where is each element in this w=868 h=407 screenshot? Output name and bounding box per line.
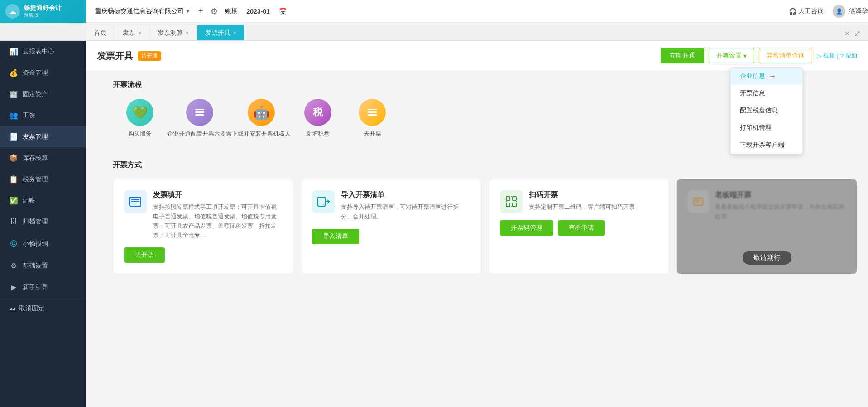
tab-home-label: 首页: [94, 29, 106, 37]
logo-icon: ☁: [5, 4, 20, 19]
svg-rect-2: [195, 114, 204, 116]
method-cards: 发票填开 支持按照发票样式手工填开发票；可开具增值税电子普通发票、增值税普通发票…: [113, 179, 857, 274]
video-help-btn[interactable]: ▷ 视频 | ? 帮助: [817, 52, 857, 60]
sidebar-item-tax-label: 税务管理: [23, 175, 48, 184]
top-right: 🎧 人工咨询 👤 徐泽华: [789, 0, 868, 22]
tab-invoice-issue-label: 发票开具: [205, 29, 230, 37]
dropdown-item-tax-disk[interactable]: 配置税盘信息: [731, 102, 802, 119]
sidebar: 📊 云报表中心 💰 资金管理 🏢 固定资产 👥 工资 🧾 发票管理 📦: [0, 41, 86, 407]
logo-text: 畅捷通好会计: [24, 4, 62, 12]
step-3-icon: 🤖: [248, 99, 275, 126]
method-card-1-header: 发票填开 支持按照发票样式手工填开发票；可开具增值税电子普通发票、增值税普通发票…: [124, 190, 282, 240]
settings-btn[interactable]: ⚙: [211, 6, 218, 16]
sidebar-item-new-guide[interactable]: ▶ 新手引导: [0, 276, 86, 298]
import-list-btn[interactable]: 导入清单: [312, 229, 359, 244]
sidebar-item-cloud-report[interactable]: 📊 云报表中心: [0, 41, 86, 62]
tab-home[interactable]: 首页: [86, 25, 114, 40]
user-area[interactable]: 👤 徐泽华: [833, 5, 868, 18]
red-arrow-icon: →: [769, 72, 776, 80]
lock-overlay: 敬请期待: [677, 179, 857, 274]
method-2-btn-area: 导入清单: [312, 229, 470, 244]
activate-btn[interactable]: 立即开通: [661, 48, 704, 63]
inventory-icon: 📦: [9, 154, 18, 162]
sidebar-item-inventory[interactable]: 📦 库存核算: [0, 147, 86, 169]
step-4-icon: 税: [304, 99, 331, 126]
step-4-label: 新增税盘: [306, 130, 330, 138]
sidebar-item-fixed-assets[interactable]: 🏢 固定资产: [0, 83, 86, 105]
headset-icon: 🎧: [789, 8, 796, 15]
qr-manage-btn[interactable]: 开票码管理: [500, 220, 553, 236]
tax-icon: 📋: [9, 175, 18, 184]
method-section: 开票方式: [86, 160, 868, 283]
method-1-desc: 支持按照发票样式手工填开发票；可开具增值税电子普通发票、增值税普通发票、增值税专…: [153, 203, 282, 240]
sidebar-item-archive[interactable]: 🗄 归档管理: [0, 211, 86, 232]
svg-rect-9: [131, 203, 137, 204]
svg-rect-10: [318, 197, 325, 206]
view-apply-btn[interactable]: 查看申请: [558, 220, 605, 236]
tab-invoice-issue-close[interactable]: ×: [233, 30, 236, 36]
sidebar-item-basic-settings[interactable]: ⚙ 基础设置: [0, 255, 86, 276]
method-1-btn-area: 去开票: [124, 247, 282, 263]
go-invoice-btn[interactable]: 去开票: [124, 247, 165, 263]
tab-invoice[interactable]: 发票 ×: [115, 25, 149, 40]
sidebar-item-fund[interactable]: 💰 资金管理: [0, 62, 86, 83]
sidebar-item-report-sales[interactable]: © 小畅报销: [0, 232, 86, 255]
company-selector[interactable]: 重庆畅捷交通信息咨询有限公司 ▾: [95, 0, 189, 22]
svg-rect-12: [513, 197, 516, 200]
step-5-icon: [359, 99, 386, 126]
settings-dropdown-arrow: ▾: [743, 52, 747, 59]
dropdown-item-company-info[interactable]: 企业信息 →: [731, 68, 802, 85]
sidebar-item-checkout[interactable]: ✅ 结账: [0, 190, 86, 211]
support-btn[interactable]: 🎧 人工咨询: [789, 7, 824, 15]
sidebar-item-invoice-mgmt[interactable]: 🧾 发票管理: [0, 126, 86, 147]
tab-invoice-calc-close[interactable]: ×: [186, 30, 189, 36]
sidebar-item-cloud-report-label: 云报表中心: [23, 48, 54, 56]
tab-invoice-calc-label: 发票测算: [158, 29, 183, 37]
svg-rect-5: [368, 114, 377, 116]
svg-rect-1: [195, 111, 204, 113]
settings-btn-label: 开票设置: [716, 52, 742, 60]
method-card-2-header: 导入开票清单 支持导入待开票清单，可对待开票清单进行拆分、合并处理。: [312, 190, 470, 222]
archive-icon: 🗄: [9, 218, 18, 226]
sidebar-item-salary[interactable]: 👥 工资: [0, 105, 86, 126]
salary-icon: 👥: [9, 111, 18, 120]
svg-rect-14: [513, 203, 516, 207]
flow-steps: 💚 购买服务: [113, 99, 399, 138]
help-icon: ?: [840, 53, 844, 59]
svg-rect-3: [368, 109, 377, 110]
top-controls: + ⚙ 账期 2023-01 📅: [198, 0, 287, 22]
tab-invoice-calc[interactable]: 发票测算 ×: [150, 25, 197, 40]
dropdown-item-printer[interactable]: 打印机管理: [731, 119, 802, 136]
calendar-icon[interactable]: 📅: [279, 8, 287, 15]
method-section-title: 开票方式: [113, 160, 857, 170]
sidebar-item-archive-label: 归档管理: [23, 218, 48, 226]
flow-step-3: 🤖 下载并安装开票机器人: [232, 99, 291, 138]
status-badge: 待开通: [138, 51, 161, 61]
abnormal-btn[interactable]: 异常清单查询: [759, 48, 812, 63]
method-3-title: 扫码开票: [529, 190, 635, 200]
tab-close-window-btn[interactable]: ×: [844, 29, 849, 39]
add-company-btn[interactable]: +: [198, 6, 203, 16]
svg-rect-8: [131, 201, 139, 202]
method-card-import-list: 导入开票清单 支持导入待开票清单，可对待开票清单进行拆分、合并处理。 导入清单: [301, 179, 481, 274]
company-dropdown-icon: ▾: [187, 8, 189, 15]
tab-invoice-issue[interactable]: 发票开具 ×: [197, 25, 244, 40]
page-title: 发票开具: [97, 50, 133, 62]
tab-restore-btn[interactable]: ⤢: [854, 29, 861, 39]
svg-rect-0: [195, 109, 204, 110]
page-header: 发票开具 待开通 立即开通 开票设置 ▾ 异常清单查询 ▷ 视频 | ? 帮助: [86, 41, 868, 71]
svg-rect-11: [506, 197, 510, 200]
sidebar-item-tax[interactable]: 📋 税务管理: [0, 169, 86, 190]
dropdown-item-invoice-info[interactable]: 开票信息: [731, 85, 802, 102]
method-card-scan: 扫码开票 支持定制开票二维码，客户端可扫码开票 开票码管理 查看申请: [489, 179, 669, 274]
sidebar-cancel-btn[interactable]: ◂◂ 取消固定: [0, 298, 86, 319]
settings-dropdown-btn[interactable]: 开票设置 ▾: [709, 48, 754, 63]
logo-sub: 旗舰版: [24, 12, 62, 19]
tab-invoice-close[interactable]: ×: [138, 30, 141, 36]
sidebar-cancel-icon: ◂◂: [9, 305, 15, 312]
step-5-label: 去开票: [364, 130, 381, 138]
basic-settings-icon: ⚙: [9, 262, 18, 270]
fixed-assets-icon: 🏢: [9, 90, 18, 98]
method-3-btn-area: 开票码管理 查看申请: [500, 220, 658, 236]
dropdown-item-download-client[interactable]: 下载开票客户端: [731, 136, 802, 154]
